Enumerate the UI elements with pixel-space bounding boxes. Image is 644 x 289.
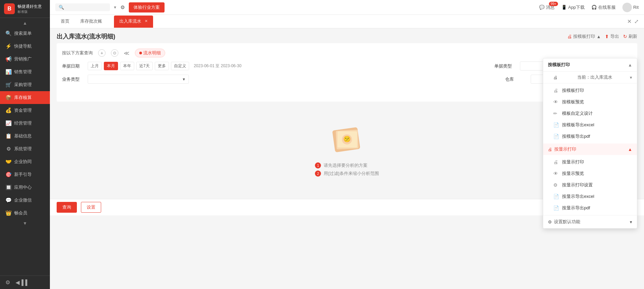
empty-step-1: 1 请先选择要分析的方案 [315, 162, 379, 168]
filter-row-1: 按以下方案查询 + ⊙ ≪ 流水明细 [62, 49, 632, 57]
sidebar-item-quick-nav[interactable]: ⚡快捷导航 [0, 40, 50, 53]
topbar-right: 💬 消息 99+ 📱 App下载 🎧 在线客服 Rit [539, 3, 639, 12]
user-avatar[interactable]: Rit [622, 3, 639, 12]
dropdown-current-label: 当前：出入库流水 [577, 74, 612, 80]
nav-icon-quick-nav: ⚡ [5, 43, 11, 49]
display-export-excel-item[interactable]: 📄 按显示导出excel [543, 191, 637, 202]
sidebar-item-vip[interactable]: 👑畅会员 [0, 207, 50, 219]
sidebar-item-finance[interactable]: 💰资金管理 [0, 104, 50, 117]
sidebar-item-system[interactable]: ⚙系统管理 [0, 142, 50, 155]
sidebar-item-newbie[interactable]: 🎯新手引导 [0, 168, 50, 181]
logo-text: 畅捷通好生意 标准版 [18, 4, 42, 14]
tab-batch-account-label: 库存批次账 [80, 18, 102, 24]
settings-default-icon: ⚙ [548, 219, 552, 225]
sidebar-item-appstore[interactable]: 🔲应用中心 [0, 181, 50, 194]
gear-icon[interactable]: ⚙ [120, 4, 125, 10]
settings-icon[interactable]: ⚙ [5, 279, 10, 286]
topbar-search-box[interactable]: 🔍 [55, 3, 110, 11]
template-preview-item[interactable]: 👁 按模板预览 [543, 96, 637, 108]
display-export-excel-label: 按显示导出excel [562, 193, 594, 200]
display-preview-item[interactable]: 👁 按显示预览 [543, 168, 637, 179]
current-month-button[interactable]: 本月 [104, 62, 118, 70]
display-export-pdf-item[interactable]: 📄 按显示导出pdf [543, 202, 637, 214]
tab-flow-close[interactable]: ✕ [145, 19, 148, 23]
query-button[interactable]: 查询 [57, 202, 77, 213]
filter-warehouse-label: 仓库 [505, 76, 525, 82]
message-icon: 💬 [539, 5, 545, 10]
sidebar-item-inventory[interactable]: 📦库存核算 [0, 91, 50, 104]
app-download-button[interactable]: 📱 App下载 [561, 4, 585, 10]
nav-icon-sales: 📊 [5, 69, 11, 75]
display-print-group[interactable]: 🖨 按显示打印 ▲ [543, 143, 637, 155]
last-7-days-button[interactable]: 近7天 [136, 62, 153, 70]
sidebar-item-wechat[interactable]: 💬企业微信 [0, 194, 50, 207]
dropdown-current-item: 🖨 当前：出入库流水 ▾ [543, 72, 637, 83]
audio-icon[interactable]: ◀▐▐ [16, 279, 27, 286]
current-year-button[interactable]: 本年 [120, 62, 134, 70]
search-input[interactable] [66, 5, 107, 10]
tab-flow[interactable]: 出入库流水 ✕ [114, 16, 153, 28]
chevron-up-icon: ▲ [596, 34, 601, 39]
excel-icon-2: 📄 [553, 194, 559, 199]
add-filter-button[interactable]: + [98, 49, 106, 57]
display-print-settings-item[interactable]: ⚙ 按显示打印设置 [543, 179, 637, 191]
chevron-down-icon-biz: ▾ [183, 77, 185, 82]
content-area: 出入库流水(流水明细) 🖨 按模板打印 ▲ ⬆ 导出 ↻ 刷新 [50, 28, 644, 289]
nav-label-quick-nav: 快捷导航 [14, 43, 32, 49]
template-print-button[interactable]: 🖨 按模板打印 ▲ [567, 33, 601, 40]
sidebar-item-search[interactable]: 🔍搜索菜单 [0, 27, 50, 40]
page-header: 出入库流水(流水明细) 🖨 按模板打印 ▲ ⬆ 导出 ↻ 刷新 [50, 28, 644, 43]
tab-batch-account-close[interactable]: ✕ [106, 19, 109, 23]
template-custom-item[interactable]: ✏ 模板自定义设计 [543, 108, 637, 119]
template-print-item[interactable]: 🖨 按模板打印 [543, 85, 637, 96]
display-print-item[interactable]: 🖨 按显示打印 [543, 156, 637, 168]
nav-label-basic: 基础信息 [14, 133, 32, 139]
current-icon: 🖨 [553, 75, 558, 80]
date-range-display: 2023-06-01 至 2023-06-30 [194, 63, 241, 69]
table-settings-button[interactable]: 设置 [81, 202, 101, 213]
step-2-text: 用[过滤]条件来缩小分析范围 [324, 170, 379, 177]
sidebar-item-marketing[interactable]: 📢营销推广 [0, 53, 50, 65]
nav-label-enterprise: 企业协同 [14, 159, 32, 165]
printer-icon-2: 🖨 [553, 159, 559, 165]
template-export-excel-item[interactable]: 📄 按模板导出excel [543, 119, 637, 131]
sidebar-item-enterprise[interactable]: 🤝企业协同 [0, 155, 50, 168]
notifications-button[interactable]: 💬 消息 99+ [539, 4, 555, 10]
sidebar-item-purchase[interactable]: 🛒采购管理 [0, 78, 50, 91]
tab-batch-account[interactable]: 库存批次账 ✕ [75, 16, 114, 28]
export-button[interactable]: ⬆ 导出 [605, 33, 619, 40]
nav-label-system: 系统管理 [14, 146, 32, 152]
empty-steps: 1 请先选择要分析的方案 2 用[过滤]条件来缩小分析范围 [315, 162, 379, 179]
industry-solution-button[interactable]: 体验行业方案 [129, 2, 165, 12]
page-title: 出入库流水(流水明细) [57, 32, 115, 41]
close-window-button[interactable]: ✕ [627, 18, 632, 25]
nav-label-finance: 资金管理 [14, 107, 32, 113]
step-1-text: 请先选择要分析的方案 [324, 162, 368, 168]
refresh-button[interactable]: ↻ 刷新 [623, 33, 637, 40]
sidebar-item-basic[interactable]: 📋基础信息 [0, 130, 50, 142]
collapse-left-icon[interactable]: ≪ [124, 50, 129, 56]
custom-date-button[interactable]: 自定义 [171, 62, 189, 70]
online-service-button[interactable]: 🎧 在线客服 [591, 4, 616, 10]
prev-month-button[interactable]: 上月 [88, 62, 102, 70]
scroll-up-button[interactable]: ▲ [0, 19, 50, 27]
chevron-down-icon[interactable]: ▾ [114, 5, 116, 10]
scroll-down-button[interactable]: ▼ [0, 219, 50, 227]
date-options: 上月 本月 本年 近7天 更多 自定义 2023-06-01 至 2023-06… [88, 62, 241, 70]
chevron-up-display[interactable]: ▲ [628, 147, 632, 152]
sidebar-item-operations[interactable]: 📈经营管理 [0, 117, 50, 130]
tab-home[interactable]: 首页 [55, 16, 75, 28]
expand-window-button[interactable]: ⤢ [634, 18, 639, 25]
nav-icon-system: ⚙ [5, 146, 11, 152]
dropdown-footer[interactable]: ⚙ 设置默认功能 ▾ [543, 215, 637, 228]
nav-label-operations: 经营管理 [14, 120, 32, 126]
filter-settings-button[interactable]: ⊙ [111, 49, 118, 57]
more-dates-button[interactable]: 更多 [155, 62, 169, 70]
template-export-pdf-item[interactable]: 📄 按模板导出pdf [543, 131, 637, 142]
sidebar-item-sales[interactable]: 📊销售管理 [0, 65, 50, 78]
biz-type-select[interactable]: ▾ [88, 75, 189, 84]
filter-tag-flow[interactable]: 流水明细 [135, 49, 165, 57]
chevron-up-icon-dropdown[interactable]: ▲ [628, 62, 632, 68]
chevron-down-current[interactable]: ▾ [630, 75, 632, 80]
filter-doc-type-label: 单据类型 [494, 63, 515, 69]
